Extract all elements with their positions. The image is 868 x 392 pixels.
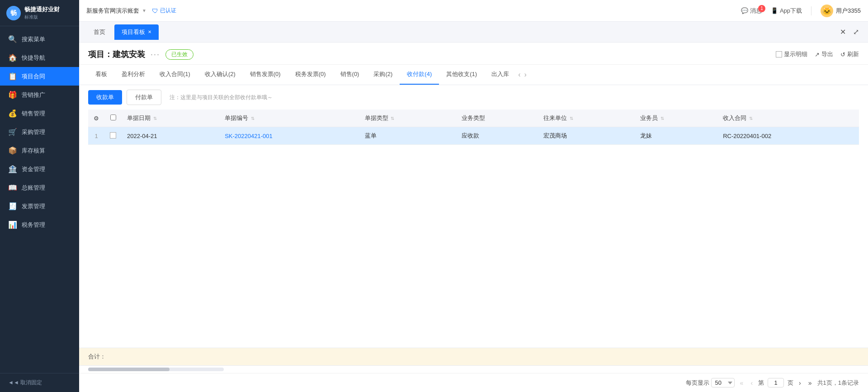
subtab-income-contract[interactable]: 收入合同(1) — [152, 65, 198, 85]
sidebar-item-sales[interactable]: 💰 销售管理 — [0, 104, 79, 123]
sidebar-item-marketing[interactable]: 🎁 营销推广 — [0, 86, 79, 104]
table-wrap: ⚙ 单据日期 ⇅ 单据编号 ⇅ 单据类型 ⇅ 业务类型 往来单位 ⇅ 业务员 ⇅… — [79, 110, 868, 348]
sidebar-footer-label: ◄◄ 取消固定 — [8, 379, 42, 387]
invoice-icon: 🧾 — [8, 202, 17, 210]
subtab-profit[interactable]: 盈利分析 — [114, 65, 152, 85]
th-partner[interactable]: 往来单位 ⇅ — [538, 110, 635, 127]
sidebar-item-tax[interactable]: 📊 税务管理 — [0, 215, 79, 234]
tab-home-label: 首页 — [94, 28, 105, 36]
subtab-bar: 看板盈利分析收入合同(1)收入确认(2)销售发票(0)税务发票(0)销售(0)采… — [79, 65, 868, 85]
sidebar-nav: 🔍 搜索菜单 🏠 快捷导航 📋 项目合同 🎁 营销推广 💰 销售管理 🛒 采购管… — [0, 26, 79, 373]
page-size-label: 每页显示 — [686, 379, 709, 387]
page-size-select[interactable]: 50 10 20 100 — [711, 378, 735, 387]
show-detail-label: 显示明细 — [784, 50, 807, 58]
project-header: 项目：建筑安装 ··· 已生效 显示明细 ↗ 导出 ↺ 刷新 — [79, 43, 868, 65]
sales-icon: 💰 — [8, 109, 17, 118]
phone-icon: 📱 — [771, 7, 778, 14]
avatar: 🐱 — [821, 5, 833, 17]
sidebar-item-label-ledger: 总账管理 — [22, 184, 45, 192]
sidebar-item-label-contract: 项目合同 — [22, 72, 45, 81]
td-number[interactable]: SK-20220421-001 — [219, 127, 359, 145]
subtab-other[interactable]: 其他收支(1) — [439, 65, 484, 85]
tab-project-board-close-icon[interactable]: ✕ — [148, 29, 151, 34]
subtab-purchase[interactable]: 采购(2) — [366, 65, 400, 85]
subtab-income-confirm[interactable]: 收入确认(2) — [198, 65, 243, 85]
sidebar-item-quick[interactable]: 🏠 快捷导航 — [0, 48, 79, 67]
subtab-sales-invoice[interactable]: 销售发票(0) — [243, 65, 288, 85]
sidebar-item-invoice[interactable]: 🧾 发票管理 — [0, 197, 79, 215]
td-index: 1 — [88, 127, 104, 145]
quick-icon: 🏠 — [8, 53, 17, 62]
topbar-user-btn[interactable]: 🐱 用户3355 — [821, 5, 861, 17]
subtab-receipt[interactable]: 收付款(4) — [400, 65, 439, 85]
show-detail-checkbox[interactable]: 显示明细 — [776, 50, 807, 58]
subtab-prev-btn[interactable]: ‹ — [516, 67, 522, 82]
th-type[interactable]: 单据类型 ⇅ — [359, 110, 456, 127]
sidebar-item-search[interactable]: 🔍 搜索菜单 — [0, 30, 79, 48]
sort-number-icon: ⇅ — [251, 116, 255, 121]
project-label-prefix: 项目： — [88, 50, 113, 59]
check-all-checkbox[interactable] — [110, 115, 116, 120]
maximize-window-btn[interactable]: ⤢ — [851, 26, 861, 38]
th-salesperson[interactable]: 业务员 ⇅ — [635, 110, 717, 127]
row-checkbox[interactable] — [110, 132, 116, 139]
last-page-btn[interactable]: » — [807, 378, 814, 387]
td-partner: 宏茂商场 — [538, 127, 635, 145]
sidebar-item-inventory[interactable]: 📦 库存核算 — [0, 141, 79, 160]
action-note: 注：这里是与项目关联的全部收付款单哦～ — [170, 94, 273, 101]
sidebar-item-capital[interactable]: 🏦 资金管理 — [0, 160, 79, 178]
refresh-btn[interactable]: ↺ 刷新 — [840, 50, 859, 58]
sidebar-item-label-sales: 销售管理 — [22, 110, 45, 118]
sidebar-item-purchase[interactable]: 🛒 采购管理 — [0, 123, 79, 141]
sidebar: 畅 畅捷通好业财 标准版 🔍 搜索菜单 🏠 快捷导航 📋 项目合同 🎁 营销推广… — [0, 0, 79, 392]
next-page-btn[interactable]: › — [797, 378, 803, 387]
project-more-btn[interactable]: ··· — [151, 50, 160, 59]
subtab-board[interactable]: 看板 — [88, 65, 114, 85]
checkbox-box — [776, 51, 782, 57]
project-status-badge: 已生效 — [165, 49, 193, 60]
first-page-btn[interactable]: « — [738, 378, 745, 387]
close-window-btn[interactable]: ✕ — [838, 26, 848, 38]
page-number-input[interactable] — [768, 378, 784, 387]
main-content: 新服务官网演示账套 ▼ 🛡 已认证 💬 消息 1 📱 App下载 🐱 用户335… — [79, 0, 868, 392]
subtab-sales[interactable]: 销售(0) — [333, 65, 367, 85]
subtab-tax-invoice[interactable]: 税务发票(0) — [288, 65, 333, 85]
data-table: ⚙ 单据日期 ⇅ 单据编号 ⇅ 单据类型 ⇅ 业务类型 往来单位 ⇅ 业务员 ⇅… — [88, 110, 859, 145]
payment-btn[interactable]: 付款单 — [127, 90, 161, 105]
project-header-right: 显示明细 ↗ 导出 ↺ 刷新 — [776, 50, 859, 58]
td-type: 蓝单 — [359, 127, 456, 145]
sidebar-item-ledger[interactable]: 📖 总账管理 — [0, 178, 79, 197]
td-check[interactable] — [104, 127, 122, 145]
sidebar-item-label-marketing: 营销推广 — [22, 91, 45, 99]
topbar-app-btn[interactable]: 📱 App下载 — [771, 7, 802, 15]
topbar-message-btn[interactable]: 💬 消息 1 — [741, 7, 762, 15]
subtab-inout[interactable]: 出入库 — [484, 65, 516, 85]
scrollbar-track[interactable] — [88, 368, 224, 371]
scrollbar-thumb[interactable] — [88, 368, 170, 371]
export-btn[interactable]: ↗ 导出 — [815, 50, 833, 58]
sidebar-item-contract[interactable]: 📋 项目合同 — [0, 67, 79, 86]
tab-home[interactable]: 首页 — [86, 24, 113, 40]
tax-icon: 📊 — [8, 220, 17, 229]
subtab-next-btn[interactable]: › — [522, 67, 528, 82]
th-income-contract[interactable]: 收入合同 ⇅ — [717, 110, 859, 127]
th-number[interactable]: 单据编号 ⇅ — [219, 110, 359, 127]
sidebar-header: 畅 畅捷通好业财 标准版 — [0, 0, 79, 26]
th-date[interactable]: 单据日期 ⇅ — [122, 110, 219, 127]
td-date: 2022-04-21 — [122, 127, 219, 145]
sidebar-footer[interactable]: ◄◄ 取消固定 — [0, 373, 79, 392]
tab-project-board[interactable]: 项目看板 ✕ — [114, 24, 159, 40]
receipt-btn[interactable]: 收款单 — [88, 90, 122, 105]
page-suffix: 页 — [788, 379, 793, 387]
topbar-account[interactable]: 新服务官网演示账套 ▼ — [86, 7, 146, 15]
sidebar-item-label-purchase: 采购管理 — [22, 128, 45, 136]
pagination: 每页显示 50 10 20 100 « ‹ 第 页 › » 共1页，1条记录 — [79, 373, 868, 392]
refresh-label: 刷新 — [847, 50, 859, 58]
topbar-certified: 🛡 已认证 — [152, 7, 176, 14]
table-row[interactable]: 1 2022-04-21 SK-20220421-001 蓝单 应收款 宏茂商场… — [88, 127, 859, 145]
prev-page-btn[interactable]: ‹ — [749, 378, 755, 387]
document-number-link[interactable]: SK-20220421-001 — [225, 133, 273, 139]
project-title: 项目：建筑安装 — [88, 49, 145, 60]
sidebar-item-label-quick: 快捷导航 — [22, 54, 45, 62]
th-gear[interactable]: ⚙ — [88, 110, 104, 127]
